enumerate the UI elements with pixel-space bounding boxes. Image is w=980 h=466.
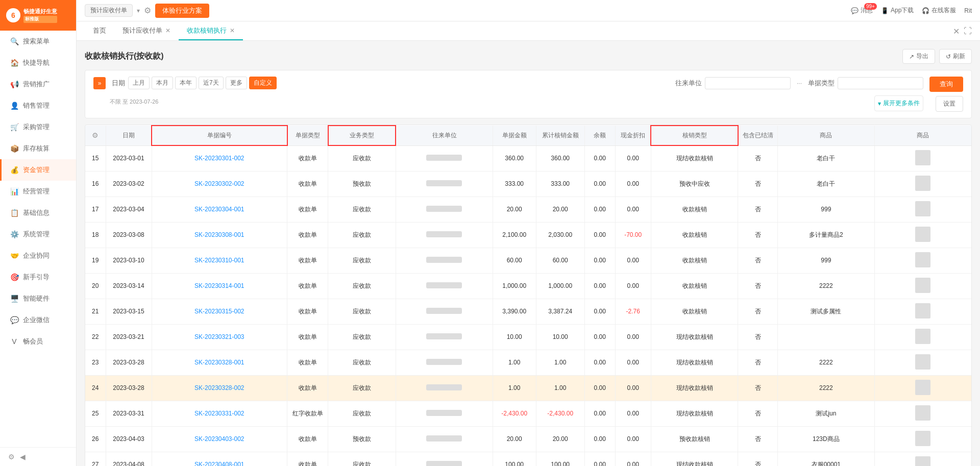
cell-goods2 [874, 222, 971, 248]
cell-incl: 否 [738, 324, 778, 350]
sidebar-collapse-icon[interactable]: ◀ [20, 453, 26, 461]
tab-home[interactable]: 首页 [85, 22, 114, 40]
cell-no: 22 [85, 324, 106, 350]
settings-icon[interactable]: ⚙ [92, 131, 99, 139]
docnum-link[interactable]: SK-20230328-001 [194, 359, 244, 366]
page-actions: ↗ 导出 ↺ 刷新 [902, 49, 972, 64]
cell-partner [396, 299, 493, 324]
sidebar-item-search[interactable]: 🔍 搜索菜单 [0, 31, 76, 52]
cell-biztype: 应收款 [328, 299, 396, 324]
docnum-link[interactable]: SK-20230314-001 [194, 282, 244, 289]
setting-button[interactable]: 设置 [936, 96, 963, 112]
sidebar-item-inventory[interactable]: 📦 库存核算 [0, 138, 76, 159]
cell-partner [396, 248, 493, 273]
sidebar-item-member[interactable]: V 畅会员 [0, 331, 76, 352]
docnum-link[interactable]: SK-20230302-002 [194, 180, 244, 187]
docnum-link[interactable]: SK-20230328-002 [194, 384, 244, 391]
dropdown-arrow-icon: ▾ [137, 7, 140, 14]
cell-biztype: 预收款 [328, 426, 396, 452]
docnum-link[interactable]: SK-20230331-002 [194, 410, 244, 417]
cell-cumamt: 20.00 [536, 426, 584, 452]
custom-date-btn[interactable]: 自定义 [249, 77, 277, 89]
sidebar-item-purchase[interactable]: 🛒 采购管理 [0, 116, 76, 138]
sidebar-item-hardware[interactable]: 🖥️ 智能硬件 [0, 288, 76, 309]
cell-discount: 0.00 [615, 197, 651, 222]
sidebar-item-quicknav[interactable]: 🏠 快捷导航 [0, 52, 76, 73]
cell-goods1 [777, 324, 874, 350]
cell-no: 19 [85, 248, 106, 273]
sidebar-item-corp[interactable]: 🤝 企业协同 [0, 245, 76, 266]
expand-conditions-button[interactable]: ▾ 展开更多条件 [874, 95, 923, 111]
tab-writeoff[interactable]: 收款核销执行 ✕ [179, 22, 243, 40]
this-year-btn[interactable]: 本年 [175, 77, 197, 89]
partner-input[interactable] [705, 77, 791, 89]
message-button[interactable]: 💬 消息 99+ [851, 6, 873, 15]
cell-doctype: 收款单 [287, 248, 328, 273]
cell-partner [396, 350, 493, 375]
filter-more-dots[interactable]: ··· [797, 80, 802, 87]
sidebar-item-basic[interactable]: 📋 基础信息 [0, 202, 76, 224]
refresh-button[interactable]: ↺ 刷新 [939, 49, 972, 64]
doctype-input[interactable] [838, 77, 923, 89]
page-title: 收款核销执行(按收款) [85, 51, 164, 62]
docnum-link[interactable]: SK-20230408-001 [194, 461, 244, 466]
tab-close-all-icon[interactable]: ✕ [953, 26, 960, 36]
sidebar-item-system[interactable]: ⚙️ 系统管理 [0, 224, 76, 245]
last-month-btn[interactable]: 上月 [128, 77, 150, 89]
solution-button[interactable]: 体验行业方案 [155, 4, 209, 18]
cell-no: 25 [85, 401, 106, 426]
docnum-link[interactable]: SK-20230308-001 [194, 231, 244, 238]
sidebar-settings-icon[interactable]: ⚙ [8, 453, 15, 461]
filter-toggle-button[interactable]: » [93, 77, 106, 89]
cell-goods2 [874, 171, 971, 197]
filter-actions: 查询 设置 [929, 77, 963, 112]
box-icon: 📦 [10, 144, 19, 153]
cell-goods2 [874, 401, 971, 426]
this-month-btn[interactable]: 本月 [152, 77, 173, 89]
cell-writetype: 现结收款核销 [651, 350, 738, 375]
sidebar-item-marketing[interactable]: 📢 营销推广 [0, 73, 76, 95]
docnum-link[interactable]: SK-20230315-002 [194, 308, 244, 315]
sidebar-item-guide[interactable]: 🎯 新手引导 [0, 266, 76, 288]
cell-writetype: 现结收款核销 [651, 145, 738, 171]
sidebar-item-label: 采购管理 [23, 122, 50, 132]
docnum-link[interactable]: SK-20230403-002 [194, 435, 244, 443]
filter-row: » 日期 上月 本月 本年 近7天 更多 自定义 [93, 77, 923, 89]
cell-writetype: 预收款核销 [651, 426, 738, 452]
cell-docnum: SK-20230301-002 [152, 145, 287, 171]
export-button[interactable]: ↗ 导出 [902, 49, 935, 64]
more-date-btn[interactable]: 更多 [226, 77, 247, 89]
topbar-gear-icon[interactable]: ⚙ [144, 6, 151, 15]
tab-writeoff-close-icon[interactable]: ✕ [230, 27, 235, 34]
cell-amount: 360.00 [493, 145, 536, 171]
tab-expand-icon[interactable]: ⛶ [964, 26, 972, 36]
cell-date: 2023-03-08 [106, 222, 152, 248]
sidebar-item-label: 营销推广 [23, 80, 50, 89]
docnum-link[interactable]: SK-20230304-001 [194, 206, 244, 213]
filter-sub-row: 不限 至 2023-07-26 ▾ 展开更多条件 [93, 92, 923, 111]
sidebar-item-label: 企业协同 [23, 251, 50, 260]
cell-goods2 [874, 273, 971, 299]
cell-partner [396, 145, 493, 171]
sidebar-item-wechat[interactable]: 💬 企业微信 [0, 309, 76, 331]
query-button[interactable]: 查询 [929, 77, 963, 92]
docnum-link[interactable]: SK-20230301-002 [194, 155, 244, 162]
sidebar-item-finance[interactable]: 💰 资金管理 [0, 159, 76, 181]
table-scroll[interactable]: ⚙ 日期 单据编号 单据类型 业务类型 往来单位 单据金额 累计核销金额 余额 … [85, 125, 971, 466]
cell-incl: 否 [738, 350, 778, 375]
chart-icon: 📊 [10, 187, 19, 196]
online-service-button[interactable]: 🎧 在线客服 [922, 6, 956, 15]
sidebar-item-operations[interactable]: 📊 经营管理 [0, 181, 76, 202]
cell-date: 2023-03-14 [106, 273, 152, 299]
last-7days-btn[interactable]: 近7天 [199, 77, 224, 89]
docnum-link[interactable]: SK-20230310-001 [194, 257, 244, 264]
sidebar-item-sales[interactable]: 👤 销售管理 [0, 95, 76, 116]
tab-prepay[interactable]: 预计应收付单 ✕ [114, 22, 179, 40]
tab-prepay-close-icon[interactable]: ✕ [165, 27, 170, 34]
cell-discount: 0.00 [615, 375, 651, 401]
date-buttons: 上月 本月 本年 近7天 更多 自定义 [128, 77, 277, 89]
th-settings[interactable]: ⚙ [85, 126, 106, 145]
cell-doctype: 收款单 [287, 273, 328, 299]
app-download-button[interactable]: 📱 App下载 [881, 6, 914, 15]
docnum-link[interactable]: SK-20230321-003 [194, 333, 244, 340]
